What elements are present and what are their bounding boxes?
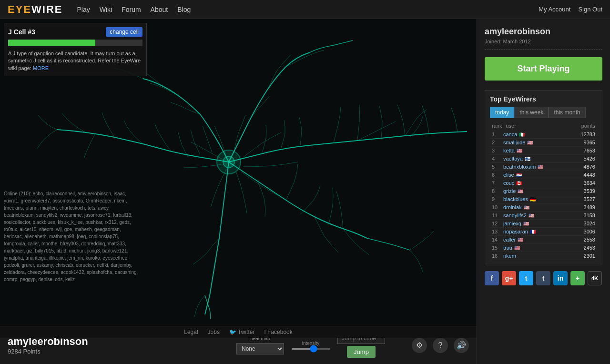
linkedin-social-icon[interactable]: in xyxy=(553,271,568,285)
leaderboard-header: rank user points xyxy=(490,123,597,129)
plus-social-icon[interactable]: + xyxy=(570,271,585,285)
username[interactable]: drolniak xyxy=(503,204,522,210)
points-cell: 2453 xyxy=(584,245,595,251)
username[interactable]: blackblues xyxy=(503,196,528,202)
flag-icon: 🇺🇸 xyxy=(517,148,522,153)
table-row: 4 vaeltaya 🇫🇮 5426 xyxy=(490,155,597,163)
username[interactable]: nkem xyxy=(503,253,516,259)
rank-cell: 1 xyxy=(492,131,503,137)
table-row: 8 grizle 🇺🇸 3539 xyxy=(490,187,597,195)
username[interactable]: elise xyxy=(503,172,514,178)
tab-this-week[interactable]: this week xyxy=(514,107,549,118)
nav-forum[interactable]: Forum xyxy=(122,6,141,13)
tumblr-social-icon[interactable]: t xyxy=(536,271,550,285)
flag-icon: 🇨🇦 xyxy=(516,181,522,186)
volume-icon[interactable]: 🔊 xyxy=(454,338,469,353)
rank-cell: 4 xyxy=(492,156,503,162)
cell-title: J Cell #3 xyxy=(8,28,35,36)
username[interactable]: ketta xyxy=(503,148,515,153)
username[interactable]: caller xyxy=(503,237,516,243)
username[interactable]: jamiexq xyxy=(503,221,521,226)
points-cell: 12783 xyxy=(580,131,595,137)
canvas-area: J Cell #3 change cell A J type of gangli… xyxy=(0,19,477,326)
points-cell: 3158 xyxy=(584,212,595,218)
flag-icon: 🇺🇸 xyxy=(518,189,523,194)
username[interactable]: couc xyxy=(503,180,514,186)
username[interactable]: canca xyxy=(503,131,517,137)
start-playing-button[interactable]: Start Playing xyxy=(485,57,602,81)
user-cell: smalljude 🇺🇸 xyxy=(503,140,584,145)
online-users-panel: Online (210): echo, claireoconnell, amyl… xyxy=(4,190,140,283)
legal-link[interactable]: Legal xyxy=(184,329,198,335)
twitter-social-icon[interactable]: t xyxy=(519,271,533,285)
intensity-control: intensity xyxy=(292,341,330,350)
nav-wiki[interactable]: Wiki xyxy=(100,6,112,13)
points-cell: 3489 xyxy=(584,204,595,210)
user-cell: blackblues 🇩🇪 xyxy=(503,196,584,202)
help-icon[interactable]: ? xyxy=(433,338,448,353)
points-cell: 3024 xyxy=(584,221,595,226)
rank-col-header: rank xyxy=(492,123,502,129)
username[interactable]: smalljude xyxy=(503,140,525,145)
points-display: 9284 Points xyxy=(8,348,210,355)
facebook-social-icon[interactable]: f xyxy=(485,271,499,285)
jump-button[interactable]: Jump xyxy=(347,346,376,358)
tab-today[interactable]: today xyxy=(490,107,514,118)
table-row: 3 ketta 🇺🇸 7653 xyxy=(490,147,597,155)
progress-bar xyxy=(8,40,95,46)
table-row: 14 caller 🇺🇸 2558 xyxy=(490,236,597,244)
rank-cell: 5 xyxy=(492,164,503,170)
bottom-icons: ⚙ ? 🔊 xyxy=(412,338,469,353)
nav-links: Play Wiki Forum About Blog xyxy=(77,6,539,13)
jobs-link[interactable]: Jobs xyxy=(208,329,220,335)
twitter-link[interactable]: 🐦 Twitter xyxy=(229,329,254,335)
table-row: 6 elise 🇳🇱 4448 xyxy=(490,171,597,179)
header-right: My Account Sign Out xyxy=(539,6,602,13)
user-cell: couc 🇨🇦 xyxy=(503,180,584,186)
footer-links: Legal Jobs 🐦 Twitter f Facebook xyxy=(0,326,477,338)
top-eyewirers-panel: Top EyeWirers today this week this month… xyxy=(485,90,602,265)
username[interactable]: nopasaran xyxy=(503,229,528,234)
nav-blog[interactable]: Blog xyxy=(177,6,191,13)
cell-panel: J Cell #3 change cell A J type of gangli… xyxy=(4,23,147,76)
cell-wiki-link[interactable]: MORE xyxy=(33,65,49,71)
sign-out-link[interactable]: Sign Out xyxy=(578,6,602,13)
username[interactable]: beatrixbloxam xyxy=(503,164,536,170)
change-cell-button[interactable]: change cell xyxy=(106,27,142,37)
intensity-slider[interactable] xyxy=(292,348,330,350)
heatmap-select[interactable]: None xyxy=(236,343,284,354)
username[interactable]: trau xyxy=(503,245,512,251)
flag-icon: 🇺🇸 xyxy=(518,237,523,243)
right-panel: amyleerobinson Joined: March 2012 Start … xyxy=(477,19,610,364)
user-cell: drolniak 🇺🇸 xyxy=(503,204,584,210)
my-account-link[interactable]: My Account xyxy=(539,6,570,13)
tab-this-month[interactable]: this month xyxy=(549,107,585,118)
user-cell: nkem xyxy=(503,253,584,259)
username[interactable]: sandylifs2 xyxy=(503,212,527,218)
googleplus-social-icon[interactable]: g+ xyxy=(502,271,516,285)
username[interactable]: vaeltaya xyxy=(503,156,523,162)
table-row: 15 trau 🇺🇸 2453 xyxy=(490,244,597,252)
table-row: 13 nopasaran 🇫🇷 3006 xyxy=(490,228,597,236)
user-cell: caller 🇺🇸 xyxy=(503,237,584,243)
rank-cell: 8 xyxy=(492,188,503,194)
rank-cell: 12 xyxy=(492,221,503,226)
facebook-link[interactable]: f Facebook xyxy=(264,329,292,335)
rank-cell: 16 xyxy=(492,253,503,259)
user-col-header: user xyxy=(502,123,581,129)
user-cell: canca 🇮🇹 xyxy=(503,131,580,137)
profile-name: amyleerobinson xyxy=(485,27,602,37)
logo: EYEWIRE xyxy=(8,3,62,16)
user-cell: trau 🇺🇸 xyxy=(503,245,584,251)
table-row: 16 nkem 2301 xyxy=(490,252,597,260)
user-cell: elise 🇳🇱 xyxy=(503,172,584,178)
points-cell: 2301 xyxy=(584,253,595,259)
online-label: Online (210): xyxy=(4,191,33,196)
username[interactable]: grizle xyxy=(503,188,516,194)
logo-wire: WIRE xyxy=(31,3,62,15)
gear-icon[interactable]: ⚙ xyxy=(412,338,427,353)
header: EYEWIRE Play Wiki Forum About Blog My Ac… xyxy=(0,0,610,19)
table-row: 2 smalljude 🇺🇸 9365 xyxy=(490,139,597,147)
nav-about[interactable]: About xyxy=(151,6,168,13)
nav-play[interactable]: Play xyxy=(77,6,90,13)
